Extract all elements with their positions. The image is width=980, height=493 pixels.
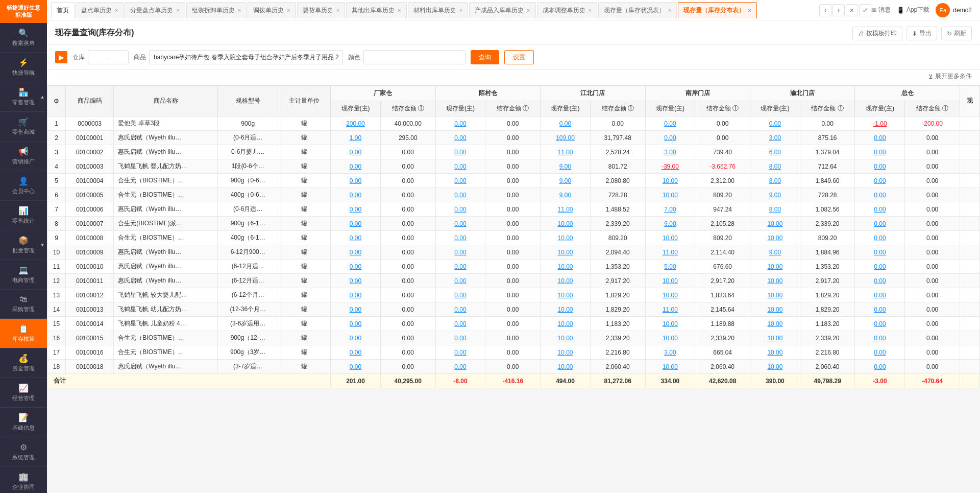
warehouse-input[interactable] xyxy=(88,50,129,64)
cell-changjia-qty[interactable]: 0.00 xyxy=(331,331,381,345)
tab-stock-dist[interactable]: 现存量（库存分布表） × xyxy=(678,2,756,18)
setting-button[interactable]: 设置 xyxy=(504,50,534,64)
sidebar-logo[interactable]: 畅捷通好生意 标准版 xyxy=(0,0,47,23)
cell-total-qty[interactable]: 0.00 xyxy=(855,131,905,145)
cell-mucun-qty[interactable]: 0.00 xyxy=(435,159,485,174)
tab-product-in[interactable]: 产成品入库单历史 × xyxy=(469,2,535,18)
tab-close-material-out[interactable]: × xyxy=(459,7,462,13)
cell-yubei-qty[interactable]: 10.00 xyxy=(750,217,800,231)
cell-nanan-qty[interactable]: 0.00 xyxy=(645,116,695,131)
cell-total-qty[interactable]: 0.00 xyxy=(855,245,905,260)
tab-close-cost-adjust[interactable]: × xyxy=(589,7,592,13)
cell-changjia-qty[interactable]: 0.00 xyxy=(331,360,381,374)
cell-mucun-qty[interactable]: 0.00 xyxy=(435,317,485,331)
tab-close-transfer[interactable]: × xyxy=(287,7,290,13)
cell-nanan-qty[interactable]: 10.00 xyxy=(645,274,695,288)
cell-jiangbei-qty[interactable]: 10.00 xyxy=(541,274,591,288)
cell-mucun-qty[interactable]: 0.00 xyxy=(435,174,485,188)
cell-changjia-qty[interactable]: 0.00 xyxy=(331,188,381,202)
cell-total-qty[interactable]: 0.00 xyxy=(855,202,905,217)
tab-prev-button[interactable]: ‹ xyxy=(819,4,831,16)
cell-jiangbei-qty[interactable]: 10.00 xyxy=(541,302,591,317)
cell-yubei-qty[interactable]: 8.00 xyxy=(750,174,800,188)
cell-changjia-qty[interactable]: 0.00 xyxy=(331,345,381,360)
cell-yubei-qty[interactable]: 10.00 xyxy=(750,317,800,331)
cell-nanan-qty[interactable]: 9.00 xyxy=(645,217,695,231)
cell-nanan-qty[interactable]: 11.00 xyxy=(645,245,695,260)
cell-total-qty[interactable]: -1.00 xyxy=(855,116,905,131)
sidebar-item-ecommerce[interactable]: 💻 电商管理 xyxy=(0,260,47,290)
cell-total-qty[interactable]: 0.00 xyxy=(855,331,905,345)
cell-mucun-qty[interactable]: 0.00 xyxy=(435,202,485,217)
cell-total-qty[interactable]: 0.00 xyxy=(855,231,905,245)
tab-stock-status[interactable]: 现存量（库存状况表） × xyxy=(598,2,677,18)
cell-mucun-qty[interactable]: 0.00 xyxy=(435,302,485,317)
tab-stock-branch[interactable]: 分量盘点单历史 × xyxy=(125,2,185,18)
sidebar-item-purchase[interactable]: 🛍 采购管理 xyxy=(0,290,47,319)
sidebar-item-enterprise[interactable]: 🏢 企业协同 xyxy=(0,467,47,493)
cell-jiangbei-qty[interactable]: 10.00 xyxy=(541,317,591,331)
cell-yubei-qty[interactable]: 9.00 xyxy=(750,245,800,260)
cell-yubei-qty[interactable]: 10.00 xyxy=(750,288,800,302)
cell-changjia-qty[interactable]: 0.00 xyxy=(331,174,381,188)
cell-yubei-qty[interactable]: 10.00 xyxy=(750,231,800,245)
cell-total-qty[interactable]: 0.00 xyxy=(855,260,905,274)
cell-nanan-qty[interactable]: 10.00 xyxy=(645,174,695,188)
cell-jiangbei-qty[interactable]: 9.00 xyxy=(541,159,591,174)
tab-material-out[interactable]: 材料出库单历史 × xyxy=(408,2,468,18)
sidebar-item-retail[interactable]: 🏪 零售管理 ▲ xyxy=(0,82,47,112)
cell-yubei-qty[interactable]: 10.00 xyxy=(750,260,800,274)
tab-next-button[interactable]: › xyxy=(832,4,845,16)
cell-mucun-qty[interactable]: 0.00 xyxy=(435,116,485,131)
cell-total-qty[interactable]: 0.00 xyxy=(855,302,905,317)
tab-close-assemble-split[interactable]: × xyxy=(238,7,241,13)
tab-stock-single[interactable]: 盘点单历史 × xyxy=(76,2,124,18)
sidebar-item-retail-store[interactable]: 🛒 零售商城 xyxy=(0,112,47,142)
print-button[interactable]: 🖨 按模板打印 xyxy=(852,27,902,40)
search-expand-button[interactable]: ▶ xyxy=(55,51,67,63)
cell-yubei-qty[interactable]: 10.00 xyxy=(750,345,800,360)
cell-nanan-qty[interactable]: 0.00 xyxy=(645,131,695,145)
cell-nanan-qty[interactable]: 10.00 xyxy=(645,188,695,202)
cell-jiangbei-qty[interactable]: 9.00 xyxy=(541,174,591,188)
cell-changjia-qty[interactable]: 0.00 xyxy=(331,217,381,231)
tab-expand-button[interactable]: ⤢ xyxy=(859,4,871,16)
cell-changjia-qty[interactable]: 0.00 xyxy=(331,302,381,317)
cell-jiangbei-qty[interactable]: 10.00 xyxy=(541,288,591,302)
cell-yubei-qty[interactable]: 10.00 xyxy=(750,274,800,288)
cell-nanan-qty[interactable]: 10.00 xyxy=(645,317,695,331)
sidebar-item-marketing[interactable]: 📢 营销推广 xyxy=(0,142,47,171)
cell-changjia-qty[interactable]: 0.00 xyxy=(331,159,381,174)
tab-close-request[interactable]: × xyxy=(336,7,339,13)
app-download-action[interactable]: 📱 App下载 xyxy=(897,6,929,14)
export-button[interactable]: ⬇ 导出 xyxy=(906,27,937,40)
cell-mucun-qty[interactable]: 0.00 xyxy=(435,131,485,145)
cell-nanan-qty[interactable]: 10.00 xyxy=(645,331,695,345)
cell-changjia-qty[interactable]: 0.00 xyxy=(331,245,381,260)
tab-close-all-button[interactable]: × xyxy=(846,4,858,16)
tab-close-stock-dist[interactable]: × xyxy=(748,7,751,13)
cell-nanan-qty[interactable]: 3.00 xyxy=(645,145,695,159)
cell-jiangbei-qty[interactable]: 10.00 xyxy=(541,231,591,245)
tab-close-stock-branch[interactable]: × xyxy=(176,7,179,13)
cell-nanan-qty[interactable]: -39.00 xyxy=(645,159,695,174)
cell-yubei-qty[interactable]: 8.00 xyxy=(750,159,800,174)
sidebar-item-basic[interactable]: 📝 基础信息 xyxy=(0,408,47,437)
cell-jiangbei-qty[interactable]: 109.00 xyxy=(541,131,591,145)
cell-mucun-qty[interactable]: 0.00 xyxy=(435,274,485,288)
cell-mucun-qty[interactable]: 0.00 xyxy=(435,260,485,274)
tab-other-out[interactable]: 其他出库单历史 × xyxy=(346,2,406,18)
cell-nanan-qty[interactable]: 3.00 xyxy=(645,345,695,360)
cell-total-qty[interactable]: 0.00 xyxy=(855,188,905,202)
cell-mucun-qty[interactable]: 0.00 xyxy=(435,288,485,302)
cell-total-qty[interactable]: 0.00 xyxy=(855,145,905,159)
cell-changjia-qty[interactable]: 1.00 xyxy=(331,131,381,145)
sidebar-item-inventory[interactable]: 📋 库存核算 xyxy=(0,319,47,348)
sidebar-search[interactable]: 🔍 搜索英单 xyxy=(0,23,47,53)
cell-yubei-qty[interactable]: 9.00 xyxy=(750,188,800,202)
message-action[interactable]: ✉ 消息 xyxy=(871,6,891,14)
expand-more-button[interactable]: ⊻ 展开更多条件 xyxy=(928,72,972,81)
cell-changjia-qty[interactable]: 0.00 xyxy=(331,288,381,302)
cell-total-qty[interactable]: 0.00 xyxy=(855,317,905,331)
cell-jiangbei-qty[interactable]: 10.00 xyxy=(541,345,591,360)
